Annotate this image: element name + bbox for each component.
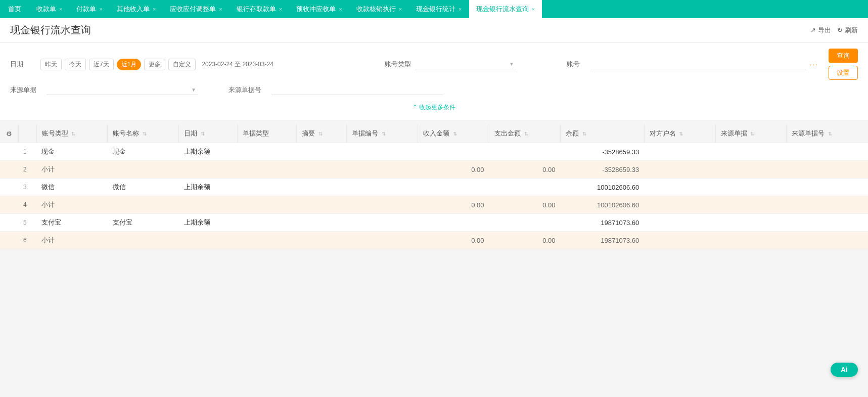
close-icon[interactable]: ×: [339, 6, 342, 12]
date-btn-custom[interactable]: 自定义: [168, 59, 196, 70]
sort-icon: ⇅: [318, 131, 323, 137]
table-container: ⚙ 账号类型 ⇅ 账号名称 ⇅ 日期 ⇅ 单据类型 摘要 ⇅: [0, 124, 868, 249]
account-type-label: 账号类型: [385, 60, 411, 69]
table-cell: 上期余额: [179, 214, 238, 232]
settings-button[interactable]: 设置: [829, 66, 858, 80]
nav-tab-prepay[interactable]: 预收冲应收单 ×: [289, 0, 349, 18]
account-type-select[interactable]: 现金 微信 支付宝 银行: [415, 59, 516, 69]
nav-tab-other-income[interactable]: 其他收入单 ×: [110, 0, 163, 18]
table-cell: [0, 161, 18, 179]
table-cell: [347, 143, 418, 161]
account-type-select-wrapper: 现金 微信 支付宝 银行 ▼: [415, 59, 516, 69]
th-counterpart[interactable]: 对方户名 ⇅: [644, 124, 715, 143]
source-doc-label: 来源单据: [10, 85, 36, 95]
table-cell: 2: [18, 161, 36, 179]
close-icon[interactable]: ×: [153, 6, 156, 12]
th-date[interactable]: 日期 ⇅: [179, 124, 238, 143]
table-cell: [644, 143, 715, 161]
account-no-input[interactable]: [591, 59, 807, 69]
table-cell: [418, 179, 489, 196]
table-cell: [489, 179, 561, 196]
collapse-bar[interactable]: ⌃ 收起更多条件: [10, 100, 858, 114]
table-cell: [297, 143, 347, 161]
query-button[interactable]: 查询: [829, 49, 858, 63]
nav-tab-adjustment[interactable]: 应收应付调整单 ×: [163, 0, 229, 18]
th-doc-type: 单据类型: [237, 124, 296, 143]
sort-icon: ⇅: [828, 131, 832, 137]
table-cell: 0.00: [489, 161, 561, 179]
nav-tab-statistics[interactable]: 现金银行统计 ×: [409, 0, 469, 18]
data-table: ⚙ 账号类型 ⇅ 账号名称 ⇅ 日期 ⇅ 单据类型 摘要 ⇅: [0, 124, 868, 249]
nav-tab-bank-deposit[interactable]: 银行存取款单 ×: [230, 0, 289, 18]
close-icon[interactable]: ×: [279, 6, 282, 12]
date-range-display: 2023-02-24 至 2023-03-24: [202, 60, 273, 69]
table-cell: [179, 161, 238, 179]
nav-tab-collection[interactable]: 收款核销执行 ×: [349, 0, 409, 18]
table-cell: [237, 161, 296, 179]
gear-icon[interactable]: ⚙: [6, 130, 12, 138]
th-account-type[interactable]: 账号类型 ⇅: [36, 124, 108, 143]
table-cell: [237, 232, 296, 249]
th-summary[interactable]: 摘要 ⇅: [297, 124, 347, 143]
table-cell: 4: [18, 196, 36, 214]
date-btn-yesterday[interactable]: 昨天: [40, 59, 62, 70]
nav-tab-fukuan[interactable]: 付款单 ×: [69, 0, 109, 18]
close-icon[interactable]: ×: [532, 6, 535, 12]
sort-icon: ⇅: [143, 131, 147, 137]
table-cell: [108, 196, 179, 214]
th-account-name[interactable]: 账号名称 ⇅: [108, 124, 179, 143]
nav-home[interactable]: 首页: [0, 0, 29, 18]
table-cell: [644, 179, 715, 196]
refresh-button[interactable]: ↻ 刷新: [837, 26, 858, 35]
th-income[interactable]: 收入金额 ⇅: [418, 124, 489, 143]
filter-row-source: 来源单据 ▼ 来源单据号: [10, 85, 858, 95]
table-row: 5支付宝支付宝上期余额19871073.60: [0, 214, 868, 232]
table-cell: [179, 232, 238, 249]
table-cell: 现金: [36, 143, 108, 161]
th-expense[interactable]: 支出金额 ⇅: [489, 124, 561, 143]
account-no-label: 账号: [567, 60, 587, 69]
table-cell: 100102606.60: [560, 179, 644, 196]
th-source-doc-no[interactable]: 来源单据号 ⇅: [787, 124, 868, 143]
th-doc-no[interactable]: 单据编号 ⇅: [347, 124, 418, 143]
action-buttons: 查询 设置: [829, 49, 858, 80]
close-icon[interactable]: ×: [459, 6, 462, 12]
table-cell: [347, 179, 418, 196]
source-doc-no-input[interactable]: [271, 85, 443, 95]
filter-row-date: 日期 昨天 今天 近7天 近1月 更多 自定义 2023-02-24 至 202…: [10, 49, 858, 80]
account-no-wrapper: ···: [591, 59, 818, 69]
sort-icon: ⇅: [382, 131, 386, 137]
more-options-button[interactable]: ···: [809, 60, 818, 68]
page-header: 现金银行流水查询 ↗ 导出 ↻ 刷新: [0, 18, 868, 42]
table-cell: [715, 161, 787, 179]
table-cell: [179, 196, 238, 214]
table-cell: [237, 143, 296, 161]
table-cell: 小计: [36, 161, 108, 179]
date-btn-today[interactable]: 今天: [65, 59, 86, 70]
table-cell: [237, 196, 296, 214]
date-btn-1month[interactable]: 近1月: [117, 59, 142, 70]
close-icon[interactable]: ×: [219, 6, 222, 12]
table-cell: [418, 143, 489, 161]
page-title: 现金银行流水查询: [10, 23, 91, 37]
close-icon[interactable]: ×: [399, 6, 402, 12]
nav-tab-shoukuan[interactable]: 收款单 ×: [29, 0, 69, 18]
table-cell: [787, 179, 868, 196]
date-btn-7days[interactable]: 近7天: [89, 59, 114, 70]
th-source-doc[interactable]: 来源单据 ⇅: [715, 124, 787, 143]
date-btn-more[interactable]: 更多: [144, 59, 165, 70]
source-doc-select[interactable]: [47, 85, 198, 95]
table-cell: [787, 214, 868, 232]
nav-tab-bank-flow[interactable]: 现金银行流水查询 ×: [469, 0, 542, 18]
close-icon[interactable]: ×: [59, 6, 62, 12]
table-body: 1现金现金上期余额-3528659.332小计0.000.00-3528659.…: [0, 143, 868, 249]
close-icon[interactable]: ×: [99, 6, 102, 12]
th-balance[interactable]: 余额 ⇅: [560, 124, 644, 143]
table-cell: [0, 179, 18, 196]
export-button[interactable]: ↗ 导出: [810, 26, 831, 35]
table-cell: [715, 179, 787, 196]
account-no-filter: 账号 ···: [567, 59, 818, 69]
table-cell: [297, 214, 347, 232]
table-cell: [347, 196, 418, 214]
table-cell: 6: [18, 232, 36, 249]
